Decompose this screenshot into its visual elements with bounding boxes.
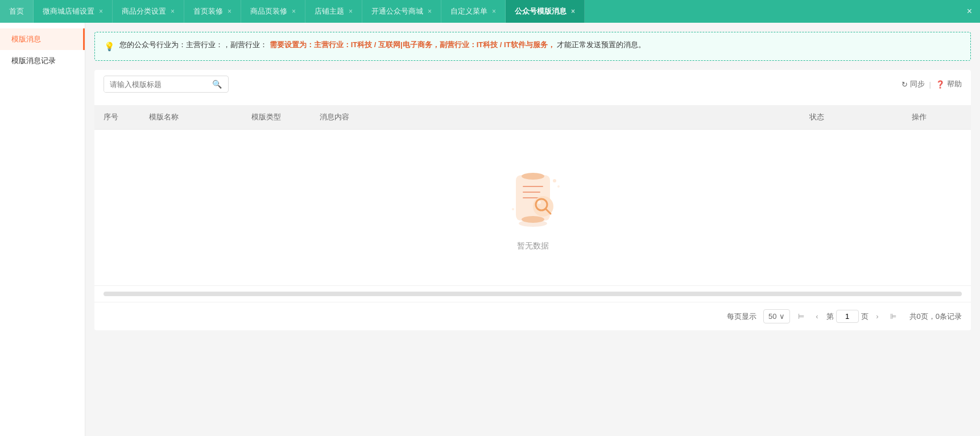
page-label-after: 页 — [861, 312, 869, 322]
empty-text: 暂无数据 — [517, 241, 549, 251]
content-area: 💡 您的公众号行业为：主营行业：，副营行业： 需要设置为：主营行业：IT科技 /… — [85, 23, 980, 436]
last-page-button[interactable]: ⊫ — [887, 310, 900, 323]
tab-open-store-label: 开通公众号商城 — [371, 6, 423, 16]
empty-icon — [499, 164, 567, 232]
notice-text-after: 才能正常发送预置的消息。 — [557, 40, 646, 49]
sidebar: 模版消息 模版消息记录 — [0, 23, 85, 436]
sync-icon: ↻ — [902, 80, 908, 89]
close-icon[interactable]: × — [428, 7, 432, 15]
per-page-label: 每页显示 — [727, 312, 756, 322]
sidebar-item-template-msg-label: 模版消息 — [11, 35, 41, 43]
notice-text-before: 您的公众号行业为：主营行业：，副营行业： — [119, 40, 267, 49]
page-number-input[interactable] — [836, 310, 859, 323]
sidebar-item-template-msg[interactable]: 模版消息 — [0, 28, 85, 50]
main-area: 模版消息 模版消息记录 💡 您的公众号行业为：主营行业：，副营行业： 需要设置为… — [0, 23, 980, 436]
close-icon[interactable]: × — [571, 7, 575, 15]
close-icon[interactable]: × — [349, 7, 353, 15]
page-nav: ⊨ ‹ 第 页 › ⊫ — [795, 310, 900, 323]
table-header: 序号 模版名称 模版类型 消息内容 状态 操作 — [94, 105, 971, 130]
col-header-action: 操作 — [903, 105, 971, 129]
tab-open-store[interactable]: 开通公众号商城 × — [362, 0, 441, 23]
notice-highlight: 需要设置为：主营行业：IT科技 / 互联网|电子商务，副营行业：IT科技 / I… — [270, 40, 555, 49]
tab-home-decor-label: 首页装修 — [193, 6, 223, 16]
svg-point-11 — [557, 185, 560, 188]
sidebar-item-template-msg-record-label: 模版消息记录 — [11, 56, 56, 65]
col-header-type: 模版类型 — [242, 105, 311, 129]
close-icon[interactable]: × — [228, 7, 231, 15]
tab-store-theme[interactable]: 店铺主题 × — [305, 0, 362, 23]
sync-label: 同步 — [910, 79, 925, 89]
help-button[interactable]: ❓ 帮助 — [936, 79, 962, 89]
global-close-button[interactable]: × — [959, 0, 980, 23]
tab-home-decor[interactable]: 首页装修 × — [184, 0, 241, 23]
tab-custom-menu[interactable]: 自定义菜单 × — [441, 0, 506, 23]
data-table: 🔍 ↻ 同步 | ❓ 帮助 序号 模版名称 模版 — [94, 70, 971, 330]
prev-page-button[interactable]: ‹ — [811, 310, 824, 323]
tab-shop-settings[interactable]: 微商城店铺设置 × — [34, 0, 113, 23]
page-input-group: 第 页 — [826, 310, 869, 323]
help-label: 帮助 — [947, 79, 962, 89]
svg-point-9 — [537, 201, 541, 204]
help-icon: ❓ — [936, 80, 945, 89]
tab-template-msg-label: 公众号模版消息 — [515, 6, 567, 16]
tab-custom-menu-label: 自定义菜单 — [450, 6, 487, 16]
search-input[interactable] — [104, 77, 206, 92]
bulb-icon: 💡 — [104, 40, 115, 53]
per-page-select[interactable]: 50 ∨ — [763, 309, 789, 323]
toolbar-right: ↻ 同步 | ❓ 帮助 — [902, 79, 962, 89]
close-icon[interactable]: × — [171, 7, 175, 15]
tab-category-settings-label: 商品分类设置 — [122, 6, 166, 16]
tab-product-decor-label: 商品页装修 — [250, 6, 287, 16]
top-nav: 首页 微商城店铺设置 × 商品分类设置 × 首页装修 × 商品页装修 × 店铺主… — [0, 0, 980, 23]
svg-point-10 — [553, 179, 556, 182]
close-icon[interactable]: × — [492, 7, 496, 15]
first-page-button[interactable]: ⊨ — [795, 310, 808, 323]
close-icon[interactable]: × — [99, 7, 103, 15]
sidebar-item-template-msg-record[interactable]: 模版消息记录 — [0, 50, 85, 72]
svg-point-1 — [522, 173, 544, 180]
horizontal-scrollbar[interactable] — [104, 292, 962, 296]
empty-state: 暂无数据 — [94, 130, 971, 285]
chevron-down-icon: ∨ — [779, 312, 785, 321]
notice-text: 您的公众号行业为：主营行业：，副营行业： 需要设置为：主营行业：IT科技 / 互… — [119, 39, 646, 51]
toolbar-divider: | — [929, 80, 931, 89]
col-header-name: 模版名称 — [140, 105, 242, 129]
next-page-button[interactable]: › — [871, 310, 884, 323]
notice-box: 💡 您的公众号行业为：主营行业：，副营行业： 需要设置为：主营行业：IT科技 /… — [94, 32, 971, 61]
col-header-index: 序号 — [94, 105, 140, 129]
tab-category-settings[interactable]: 商品分类设置 × — [113, 0, 184, 23]
tab-product-decor[interactable]: 商品页装修 × — [241, 0, 305, 23]
pagination: 每页显示 50 ∨ ⊨ ‹ 第 页 › ⊫ 共0页，0条记录 — [94, 302, 971, 330]
tab-home[interactable]: 首页 — [0, 0, 34, 23]
tab-template-msg[interactable]: 公众号模版消息 × — [506, 0, 585, 23]
toolbar: 🔍 ↻ 同步 | ❓ 帮助 — [94, 70, 971, 98]
per-page-value: 50 — [768, 312, 776, 321]
close-icon[interactable]: × — [292, 7, 296, 15]
total-info: 共0页，0条记录 — [909, 312, 962, 322]
tab-shop-settings-label: 微商城店铺设置 — [43, 6, 94, 16]
sync-button[interactable]: ↻ 同步 — [902, 79, 925, 89]
search-button[interactable]: 🔍 — [206, 76, 228, 92]
col-header-status: 状态 — [800, 105, 903, 129]
tab-store-theme-label: 店铺主题 — [315, 6, 344, 16]
page-label-before: 第 — [826, 312, 834, 322]
tab-home-label: 首页 — [9, 6, 24, 16]
search-box: 🔍 — [104, 76, 229, 93]
svg-point-2 — [522, 216, 544, 223]
col-header-content: 消息内容 — [311, 105, 800, 129]
scrollbar-area[interactable] — [94, 285, 971, 302]
svg-point-12 — [512, 208, 514, 210]
